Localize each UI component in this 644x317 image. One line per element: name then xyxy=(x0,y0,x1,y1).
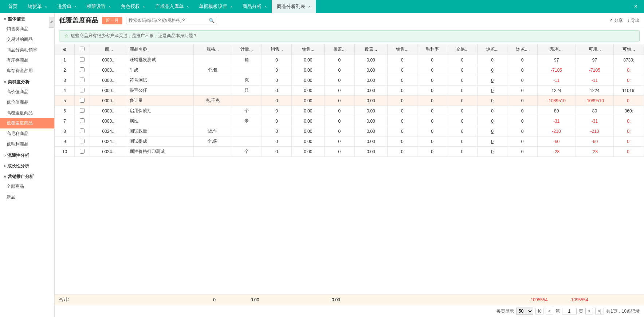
next-page-button[interactable]: > xyxy=(585,308,593,314)
cell-check[interactable] xyxy=(74,65,90,75)
nav-close-analysis-list[interactable]: × xyxy=(308,4,310,9)
sidebar-item-high-coverage[interactable]: 高覆盖度商品 xyxy=(0,108,54,118)
cell-b1[interactable]: 0 xyxy=(477,96,507,106)
cell-s1: 0 xyxy=(262,86,291,96)
nav-analysis-list[interactable]: 商品分析列表 × xyxy=(272,0,315,13)
share-button[interactable]: ↗ 分享 xyxy=(609,17,623,24)
app-close-button[interactable]: × xyxy=(631,0,641,13)
sidebar-item-low-margin[interactable]: 低毛利商品 xyxy=(0,139,54,150)
select-all-checkbox[interactable] xyxy=(80,47,85,51)
sidebar-item-low-coverage[interactable]: 低覆盖度商品 xyxy=(0,118,54,128)
nav-products[interactable]: 产成品入库单 × xyxy=(150,0,194,13)
sidebar-item-sales-goods[interactable]: 销售类商品 xyxy=(0,24,54,34)
data-table-container[interactable]: ⚙ 商... 商品名称 规格... 计量... 销售... 销售... 覆盖..… xyxy=(55,44,644,294)
first-page-button[interactable]: K xyxy=(535,308,543,314)
row-checkbox[interactable] xyxy=(80,57,85,62)
page-number-input[interactable] xyxy=(562,308,577,314)
row-checkbox[interactable] xyxy=(80,149,85,154)
nav-home[interactable]: 首页 xyxy=(3,0,23,13)
cell-b1[interactable]: 0 xyxy=(477,65,507,75)
cell-check[interactable] xyxy=(74,126,90,136)
cell-available: 80 xyxy=(576,106,614,116)
cell-b1[interactable]: 0 xyxy=(477,55,507,65)
nav-close-sales[interactable]: × xyxy=(45,4,47,9)
cell-name: 眼宝公仔 xyxy=(128,86,193,96)
sidebar-section-liquidity[interactable]: > 流通性分析 xyxy=(0,150,54,160)
cell-b1[interactable]: 0 xyxy=(477,116,507,126)
cell-c1: 0 xyxy=(325,86,354,96)
sidebar-item-all-goods[interactable]: 全部商品 xyxy=(0,181,54,192)
row-checkbox[interactable] xyxy=(80,98,85,103)
nav-sales[interactable]: 销货单 × xyxy=(23,0,52,13)
sidebar-item-stock-goods[interactable]: 有库存商品 xyxy=(0,55,54,66)
sidebar-section-marketing[interactable]: ∨ 营销推广分析 xyxy=(0,171,54,181)
cell-check[interactable] xyxy=(74,136,90,147)
cell-b1[interactable]: 0 xyxy=(477,126,507,136)
cell-check[interactable] xyxy=(74,86,90,96)
nav-templates[interactable]: 单据模板设置 × xyxy=(194,0,237,13)
th-sales2: 销售... xyxy=(292,44,325,55)
nav-close-products[interactable]: × xyxy=(186,4,189,9)
table-row: 5 0000... 多计量 克,千克 0 0.00 0 0.00 0 0 0 0… xyxy=(55,96,644,106)
nav-close-analysis[interactable]: × xyxy=(264,4,267,9)
last-page-button[interactable]: >| xyxy=(595,308,604,314)
row-checkbox[interactable] xyxy=(80,118,85,123)
nav-purchase[interactable]: 进货单 × xyxy=(52,0,82,13)
cell-check[interactable] xyxy=(74,55,90,65)
settings-icon[interactable]: ⚙ xyxy=(63,47,67,52)
th-code: 商... xyxy=(90,44,128,55)
cell-check[interactable] xyxy=(74,147,90,157)
nav-analysis[interactable]: 商品分析 × xyxy=(237,0,272,13)
cell-check[interactable] xyxy=(74,116,90,126)
export-button[interactable]: ↓ 导出 xyxy=(627,17,640,24)
sidebar-item-low-value[interactable]: 低价值商品 xyxy=(0,97,54,108)
sidebar-section-overview[interactable]: ∨ 整体信息 xyxy=(0,13,54,24)
row-checkbox[interactable] xyxy=(80,88,85,92)
sidebar-item-traded-goods[interactable]: 交易过的商品 xyxy=(0,34,54,45)
nav-close-templates[interactable]: × xyxy=(230,4,232,9)
per-page-select[interactable]: 50 100 200 xyxy=(516,308,533,315)
nav-close-permissions[interactable]: × xyxy=(109,4,111,9)
search-input[interactable] xyxy=(129,18,209,23)
row-checkbox[interactable] xyxy=(80,108,85,113)
cell-check[interactable] xyxy=(74,96,90,106)
share-icon: ↗ xyxy=(609,18,613,23)
cell-current: -210 xyxy=(537,126,576,136)
sidebar-item-category-rate[interactable]: 商品分类动销率 xyxy=(0,45,54,55)
th-settings[interactable]: ⚙ xyxy=(55,44,75,55)
sidebar-item-new-goods[interactable]: 新品 xyxy=(0,192,54,202)
row-checkbox[interactable] xyxy=(80,139,85,143)
nav-permissions[interactable]: 权限设置 × xyxy=(82,0,116,13)
row-checkbox[interactable] xyxy=(80,67,85,72)
cell-gross: 0 xyxy=(417,116,447,126)
row-checkbox[interactable] xyxy=(80,128,85,133)
th-checkbox[interactable] xyxy=(74,44,90,55)
sidebar-section-growth[interactable]: > 成长性分析 xyxy=(0,160,54,171)
nav-roles[interactable]: 角色授权 × xyxy=(116,0,150,13)
cell-code: 0024... xyxy=(90,126,128,136)
row-checkbox[interactable] xyxy=(80,78,85,82)
nav-close-roles[interactable]: × xyxy=(143,4,145,9)
footer-c2: 0.00 xyxy=(315,297,356,302)
cell-b1[interactable]: 0 xyxy=(477,147,507,157)
sidebar-item-high-margin[interactable]: 高毛利商品 xyxy=(0,128,54,139)
cell-unit xyxy=(232,126,262,136)
time-filter-button[interactable]: 近一月 xyxy=(102,17,122,24)
sidebar-item-high-value[interactable]: 高价值商品 xyxy=(0,87,54,97)
prev-page-button[interactable]: < xyxy=(546,308,553,314)
nav-close-purchase[interactable]: × xyxy=(74,4,76,9)
cell-check[interactable] xyxy=(74,106,90,116)
cell-b1[interactable]: 0 xyxy=(477,136,507,147)
th-available: 可用... xyxy=(576,44,614,55)
sidebar-toggle[interactable]: « xyxy=(49,17,55,28)
cell-c1: 0 xyxy=(325,136,354,147)
cell-check[interactable] xyxy=(74,75,90,86)
cell-b1[interactable]: 0 xyxy=(477,86,507,96)
cell-spec: 个,袋 xyxy=(193,136,232,147)
cell-trade: 0 xyxy=(447,136,477,147)
sidebar-section-cluster[interactable]: ∨ 类群度分析 xyxy=(0,76,54,87)
sidebar-item-stock-capital[interactable]: 库存资金占用 xyxy=(0,66,54,76)
cell-b1[interactable]: 0 xyxy=(477,75,507,86)
cell-b1[interactable]: 0 xyxy=(477,106,507,116)
th-browse2: 浏览... xyxy=(507,44,537,55)
